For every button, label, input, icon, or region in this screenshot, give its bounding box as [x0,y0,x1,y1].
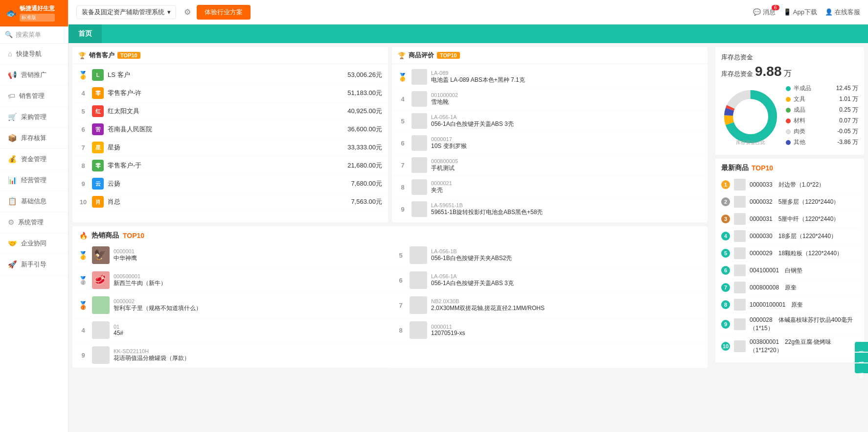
legend-dot [786,97,791,102]
product-code: LA-089 [431,70,702,76]
customer-amount: 51,183.00元 [347,89,382,97]
customer-name: LS 客户 [108,71,343,79]
sidebar-item-operations[interactable]: 📊 经营管理 [0,170,68,191]
svg-rect-28 [734,264,746,276]
inventory-panel: 库存总资金 库存总资金 9.88 万 [715,47,864,155]
marketing-icon: 📢 [8,71,17,79]
svg-rect-16 [410,321,427,339]
rank-num: 9 [78,352,88,359]
logo-badge: 标准版 [20,14,55,22]
sidebar-item-inventory[interactable]: 📦 库存核算 [0,128,68,149]
rank-num: 7 [398,162,408,169]
hot-item-code: 01 [114,324,123,330]
hot-item-info: 000500001 新西兰牛肉（新牛） [114,273,166,288]
avatar: 苦 [92,123,104,135]
online-service-button[interactable]: 👤 在线客服 [825,8,860,17]
product-rank-item: 5 LA-056-1A 056-1A白色按键开关盖ABS 3壳 [392,110,708,132]
rank-badge: 4 [721,232,730,240]
mobile-icon: 📱 [783,8,791,16]
sidebar-item-marketing[interactable]: 📢 营销推广 [0,65,68,86]
rank-num: 8 [396,327,406,334]
product-info: LA-59651-1B 59651-1B旋转投影灯电池盒ABS黑色+58壳 [431,202,702,216]
customer-name: 红太阳文具 [108,107,343,116]
hot-item-code: 0000001 [114,248,137,254]
latest-item: 3 0000031 5厘中纤（1220*2440） [721,211,858,228]
header-right: 💬 消息 6 📱 App下载 👤 在线客服 [753,8,860,17]
latest-info: 003800001 22g鱼豆腐·烧烤味（1*12*20） [750,338,858,355]
rank-medal: 🥉 [78,301,88,310]
product-rank-item: 🥇 LA-089 电池盖 LA-089 ABS本色+黑种 7.1克 [392,66,708,88]
hot-item-img [410,296,427,314]
info-icon: 📋 [8,197,17,206]
tab-home[interactable]: 首页 [69,24,102,43]
sidebar-item-purchase[interactable]: 🛒 采购管理 [0,107,68,128]
sidebar-item-sales[interactable]: 🏷 销售管理 [0,86,68,107]
legend-value: 12.45 万 [836,84,858,93]
system-icon: ⚙ [8,218,14,227]
svg-rect-29 [734,282,746,293]
rank-badge: 3 [721,215,730,223]
svg-rect-25 [734,213,746,225]
legend-dot [786,129,791,134]
latest-item: 6 004100001 白钢垫 [721,262,858,279]
legend-name: 成品 [794,106,836,114]
avatar: 星 [92,142,104,153]
hot-item-code: 0000011 [431,324,465,330]
customer-top10-label: 销售客户 [89,51,114,60]
sidebar-item-system[interactable]: ⚙ 系统管理 [0,212,68,233]
hot-item-info: NB2.0X30B 2.0X30MM双搓花轴,搓花直径2.1MM/ROHS [431,298,545,312]
sidebar-item-cooperation[interactable]: 🤝 企业协同 [0,233,68,254]
legend-name: 肉类 [794,127,834,136]
product-info: 000800005 手机测试 [431,158,702,172]
inventory-title: 库存总资金 [721,53,858,62]
product-rank-item: 8 0000021 夹壳 [392,176,708,198]
rank-medal: 🥇 [78,251,88,260]
customer-panel-title: 🏆 销售客户 TOP10 [78,51,140,60]
gear-button[interactable]: ⚙ [184,7,191,17]
hot-item: 8 0000011 12070519-xs [390,318,708,343]
svg-rect-26 [734,230,746,242]
hot-item-name: 花语萌值温分糖罐袋（厚款） [114,354,190,362]
sidebar-item-quicknav[interactable]: ⌂ 快捷导航 [0,44,68,65]
float-btn-service[interactable]: 客服热线 [855,342,868,352]
system-selector[interactable]: 装备及固定资产辅助管理系统 ▾ [76,5,176,19]
hot-item: 🥈 🥩 000500001 新西兰牛肉（新牛） [72,268,390,293]
latest-img [734,213,746,225]
product-top10-label: 商品评价 [409,51,434,60]
sidebar-item-basic-info[interactable]: 📋 基础信息 [0,191,68,212]
legend-dot [786,140,791,145]
rank-badge: 2 [721,197,730,206]
hot-item-name: 12070519-xs [431,330,465,336]
top-header: 装备及固定资产辅助管理系统 ▾ ⚙ 体验行业方案 💬 消息 6 📱 App下载 … [69,0,868,24]
product-img [411,179,427,195]
latest-item: 10 003800001 22g鱼豆腐·烧烤味（1*12*20） [721,336,858,358]
product-panel-header: 🏆 商品评价 TOP10 [392,47,708,64]
inventory-title-text: 库存总资金 [721,53,753,62]
product-name: 夹壳 [431,186,702,194]
svg-rect-4 [413,159,425,171]
product-panel-title: 🏆 商品评价 TOP10 [398,51,460,60]
sales-icon: 🏷 [8,92,15,100]
latest-img [734,299,746,311]
svg-rect-31 [734,318,746,330]
float-btn-community[interactable]: 服务社区 [855,353,868,362]
product-img [411,69,427,85]
inventory-unit: 万 [784,69,792,79]
trial-button[interactable]: 体验行业方案 [197,5,251,20]
latest-img [734,318,746,330]
hot-item-img [410,271,427,289]
latest-info: 0000033 封边带（1.0*22） [750,181,858,189]
message-button[interactable]: 💬 消息 6 [753,8,776,17]
sidebar-label: 快捷导航 [16,49,42,58]
inventory-amount: 9.88 [755,64,782,79]
coop-icon: 🤝 [8,239,17,248]
latest-title: 最新商品 TOP10 [721,164,858,172]
sidebar-item-guide[interactable]: 🚀 新手引导 [0,254,68,275]
customer-amount: 21,680.00元 [347,161,382,170]
float-btn-live[interactable]: 直播 [855,363,868,373]
sidebar-item-finance[interactable]: 💰 资金管理 [0,149,68,170]
hot-item-name: 中华神鹰 [114,254,137,263]
main-area: 装备及固定资产辅助管理系统 ▾ ⚙ 体验行业方案 💬 消息 6 📱 App下载 … [69,0,868,432]
app-download-button[interactable]: 📱 App下载 [783,8,817,17]
sidebar-search[interactable]: 🔍 搜索菜单 [0,26,68,44]
